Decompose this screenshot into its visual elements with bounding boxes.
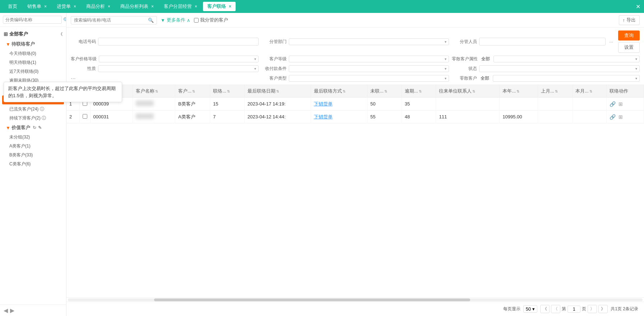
sidebar-scroll-right-icon[interactable]: ▶ xyxy=(10,307,14,314)
export-icon: ↑ xyxy=(623,18,625,23)
filter-bar: 🔍 ▼ 更多条件 ∧ 我分管的客户 ↑ 导出 xyxy=(66,13,644,28)
nav-customer-tier[interactable]: 客户分层经营 × xyxy=(159,2,201,11)
refresh-icon[interactable]: ↻ xyxy=(33,125,36,130)
col-customer-name[interactable]: 客户名称⇅ xyxy=(133,85,175,98)
prev-page-button[interactable]: 〈 xyxy=(551,305,560,313)
last-method-link-2[interactable]: 下销货单 xyxy=(314,114,333,119)
pagination-bar: 每页显示 50 ▾ 《 〈 第 页 〉 》 共1页 2条记录 xyxy=(66,302,644,316)
col-contact-person[interactable]: 往来单位联系人⇅ xyxy=(436,85,500,98)
first-page-button[interactable]: 《 xyxy=(540,305,550,313)
close-sales-icon[interactable]: × xyxy=(44,4,47,9)
close-product-analysis-list-icon[interactable]: × xyxy=(151,4,154,9)
row-checkbox-2[interactable] xyxy=(83,114,87,119)
more-dots-btn[interactable]: ··· xyxy=(71,75,75,82)
col-overdue[interactable]: 逾期...⇅ xyxy=(402,85,436,98)
window-close-button[interactable]: ✕ xyxy=(636,3,640,10)
cell-current-month-2 xyxy=(572,110,607,123)
main-search-input[interactable] xyxy=(74,18,147,23)
search-input-wrap: 🔍 xyxy=(71,16,157,24)
filter-select-customer-grade[interactable]: ▾ xyxy=(289,56,449,62)
sidebar-scroll-left-icon[interactable]: ◀ xyxy=(4,307,8,314)
cell-not-contacted-1: 50 xyxy=(367,98,402,110)
nav-customer-contact[interactable]: 客户联络 × xyxy=(203,2,236,11)
tree-item-tomorrow[interactable]: 明天待联络(1) xyxy=(0,58,66,67)
col-not-contacted[interactable]: 未联...⇅ xyxy=(367,85,402,98)
close-purchase-icon[interactable]: × xyxy=(74,4,76,9)
collapse-sidebar-btn[interactable]: 《 xyxy=(59,32,62,37)
cell-action-1: 🔗 ⊞ xyxy=(607,98,644,110)
tree-item-class-a[interactable]: A类客户(1) xyxy=(0,142,66,151)
col-contact-count[interactable]: 联络...⇅ xyxy=(210,85,245,98)
filter-select-retail-attr[interactable]: ▾ xyxy=(494,56,640,62)
top-navigation: 首页 销售单 × 进货单 × 商品分析 × 商品分析列表 × 客户分层经营 × … xyxy=(0,0,644,13)
sidebar-search-icon[interactable]: 🔍 xyxy=(63,17,66,23)
filter-select-status[interactable]: ▾ xyxy=(479,65,640,72)
cell-code-2: 000031 xyxy=(90,110,133,123)
tree-item-declining[interactable]: 持续下滑客户(2) ⓘ xyxy=(0,114,66,123)
query-button[interactable]: 查询 xyxy=(618,30,640,41)
filter-select-nature[interactable]: ▾ xyxy=(98,65,259,72)
page-input[interactable] xyxy=(567,306,580,313)
last-page-button[interactable]: 》 xyxy=(598,305,608,313)
filter-row-retail-customer: 零散客户 全部 ▾ xyxy=(452,75,640,82)
col-last-contact-date[interactable]: 最后联络日期⇅ xyxy=(244,85,311,98)
my-customers-checkbox[interactable] xyxy=(194,18,199,23)
action-link-icon-1[interactable]: 🔗 xyxy=(610,101,616,107)
tree-item-lost[interactable]: 已流失客户(24) ⓘ xyxy=(0,105,66,114)
tree-item-class-c[interactable]: C类客户(6) xyxy=(0,160,66,169)
export-button[interactable]: ↑ 导出 xyxy=(619,15,640,25)
filter-select-price-grade[interactable]: ▾ xyxy=(99,56,259,62)
sort-icon12: ⇅ xyxy=(589,89,592,93)
col-last-month[interactable]: 上月...⇅ xyxy=(538,85,573,98)
close-customer-contact-icon[interactable]: × xyxy=(229,4,231,9)
cell-contact-person-1 xyxy=(436,98,500,110)
filter-label-customer-type: 客户类型 xyxy=(261,75,287,81)
nav-home[interactable]: 首页 xyxy=(4,2,22,11)
scroll-thumb[interactable] xyxy=(154,298,470,301)
close-customer-tier-icon[interactable]: × xyxy=(195,4,197,9)
sort-icon8: ⇅ xyxy=(419,89,422,93)
sidebar-bottom: ◀ ▶ xyxy=(0,305,66,316)
my-customers-filter: 我分管的客户 xyxy=(194,17,228,23)
action-link-icon-2[interactable]: 🔗 xyxy=(610,114,616,120)
nav-purchase[interactable]: 进货单 × xyxy=(52,2,80,11)
close-product-analysis-icon[interactable]: × xyxy=(108,4,110,9)
sidebar-search-input[interactable] xyxy=(3,16,62,24)
settings-button[interactable]: 设置 xyxy=(618,42,640,53)
horizontal-scrollbar[interactable] xyxy=(66,297,644,302)
col-current-month[interactable]: 本月...⇅ xyxy=(572,85,607,98)
filter-label-phone: 电话号码 xyxy=(71,39,96,45)
next-page-button[interactable]: 〉 xyxy=(588,305,597,313)
filter-input-phone[interactable] xyxy=(98,38,259,46)
tree-item-today[interactable]: 今天待联络(0) xyxy=(0,49,66,58)
more-filters-btn[interactable]: ▼ 更多条件 ∧ xyxy=(161,17,190,23)
col-last-contact-method[interactable]: 最后联络方式⇅ xyxy=(311,85,367,98)
group-pending-contact[interactable]: ▼ 待联络客户 xyxy=(0,39,66,49)
tree-item-ungrouped[interactable]: 未分组(32) xyxy=(0,133,66,142)
filter-select-customer-type[interactable]: ▾ xyxy=(289,75,449,82)
tree-item-7days[interactable]: 近7天待联络(0) xyxy=(0,67,66,76)
col-customer-type[interactable]: 客户...⇅ xyxy=(175,85,210,98)
cell-last-method-1: 下销货单 xyxy=(311,98,367,110)
col-current-year[interactable]: 本年...⇅ xyxy=(500,85,538,98)
nav-sales[interactable]: 销售单 × xyxy=(23,2,51,11)
filter-label-payment: 收付款条件 xyxy=(261,66,287,72)
sidebar-search-area: 🔍 xyxy=(0,13,66,27)
per-page-select[interactable]: 50 ▾ xyxy=(523,305,537,313)
filter-select-payment[interactable]: ▾ xyxy=(289,65,449,72)
dots-icon[interactable]: ··· xyxy=(609,39,613,44)
filter-select-retail-customer[interactable]: ▾ xyxy=(493,75,640,82)
last-method-link-1[interactable]: 下销货单 xyxy=(314,101,333,107)
filter-select-dept[interactable]: ▾ xyxy=(289,38,449,45)
nav-product-analysis[interactable]: 商品分析 × xyxy=(82,2,115,11)
tree-item-class-b[interactable]: B类客户(33) xyxy=(0,151,66,160)
nav-product-analysis-list[interactable]: 商品分析列表 × xyxy=(116,2,158,11)
action-grid-icon-2[interactable]: ⊞ xyxy=(618,114,623,120)
filter-input-manager[interactable] xyxy=(479,38,606,46)
cell-overdue-2: 48 xyxy=(402,110,436,123)
group-value-customers[interactable]: ▼ 价值客户 ↻ ✎ xyxy=(0,123,66,133)
all-customers-header[interactable]: ⊞ 全部客户 《 xyxy=(0,29,66,39)
edit-icon[interactable]: ✎ xyxy=(38,125,42,130)
action-grid-icon-1[interactable]: ⊞ xyxy=(618,101,623,107)
main-search-icon[interactable]: 🔍 xyxy=(148,18,154,23)
